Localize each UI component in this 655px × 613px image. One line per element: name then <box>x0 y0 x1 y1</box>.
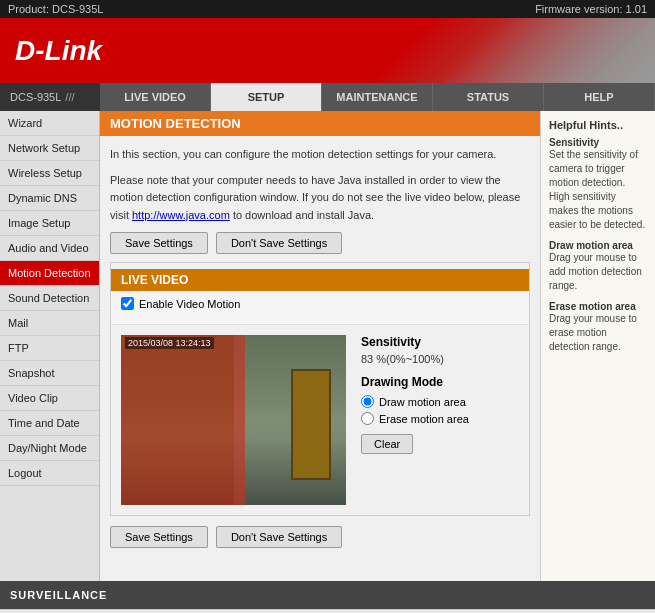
draw-motion-radio[interactable] <box>361 395 374 408</box>
firmware-label: Firmware version: 1.01 <box>535 3 647 15</box>
hint-draw-text: Drag your mouse to add motion detection … <box>549 251 647 293</box>
sidebar-item-sound-detection[interactable]: Sound Detection <box>0 286 99 311</box>
enable-row: Enable Video Motion <box>111 291 529 325</box>
live-video-title: LIVE VIDEO <box>111 269 529 291</box>
sidebar-item-audio-video[interactable]: Audio and Video <box>0 236 99 261</box>
live-video-section: LIVE VIDEO Enable Video Motion <box>110 262 530 516</box>
video-timestamp: 2015/03/08 13:24:13 <box>125 337 214 349</box>
hint-erase-text: Drag your mouse to erase motion detectio… <box>549 312 647 354</box>
product-label: Product: DCS-935L <box>8 3 103 15</box>
dont-save-settings-top[interactable]: Don't Save Settings <box>216 232 342 254</box>
sidebar-item-wizard[interactable]: Wizard <box>0 111 99 136</box>
hint-draw-motion: Draw motion area Drag your mouse to add … <box>549 240 647 293</box>
section-title: MOTION DETECTION <box>100 111 540 136</box>
nav-status[interactable]: STATUS <box>433 83 544 111</box>
save-settings-top[interactable]: Save Settings <box>110 232 208 254</box>
nav-setup[interactable]: SETUP <box>211 83 322 111</box>
video-motion-overlay <box>121 335 245 505</box>
hints-panel: Helpful Hints.. Sensitivity Set the sens… <box>540 111 655 581</box>
sidebar-item-network-setup[interactable]: Network Setup <box>0 136 99 161</box>
clear-button[interactable]: Clear <box>361 434 413 454</box>
nav-help[interactable]: HELP <box>544 83 655 111</box>
main-layout: Wizard Network Setup Wireless Setup Dyna… <box>0 111 655 581</box>
sensitivity-value: 83 %(0%~100%) <box>361 353 519 365</box>
sidebar-item-ftp[interactable]: FTP <box>0 336 99 361</box>
bottom-button-row: Save Settings Don't Save Settings <box>110 526 530 548</box>
dlink-logo: D-Link <box>15 35 102 67</box>
nav-live-video[interactable]: LIVE VIDEO <box>100 83 211 111</box>
footer: Copyright 2014, D-Link Corporation / D-L… <box>0 609 655 613</box>
sidebar: Wizard Network Setup Wireless Setup Dyna… <box>0 111 100 581</box>
sidebar-item-image-setup[interactable]: Image Setup <box>0 211 99 236</box>
header: D-Link <box>0 18 655 83</box>
description2: Please note that your computer needs to … <box>110 172 530 225</box>
video-frame <box>121 335 346 505</box>
sidebar-item-dynamic-dns[interactable]: Dynamic DNS <box>0 186 99 211</box>
content-area: MOTION DETECTION In this section, you ca… <box>100 111 540 581</box>
motion-settings-panel: Sensitivity 83 %(0%~100%) Drawing Mode D… <box>361 335 519 505</box>
nav-maintenance[interactable]: MAINTENANCE <box>322 83 433 111</box>
hints-title: Helpful Hints.. <box>549 119 647 131</box>
save-settings-bottom[interactable]: Save Settings <box>110 526 208 548</box>
description1: In this section, you can configure the m… <box>110 146 530 164</box>
hint-erase-heading: Erase motion area <box>549 301 647 312</box>
sidebar-item-day-night[interactable]: Day/Night Mode <box>0 436 99 461</box>
live-video-body: 2015/03/08 13:24:13 Sensitivity 83 %(0%~… <box>111 325 529 515</box>
java-link[interactable]: http://www.java.com <box>132 209 230 221</box>
sidebar-item-mail[interactable]: Mail <box>0 311 99 336</box>
top-button-row: Save Settings Don't Save Settings <box>110 232 530 254</box>
enable-video-motion-checkbox[interactable] <box>121 297 134 310</box>
top-bar: Product: DCS-935L Firmware version: 1.01 <box>0 0 655 18</box>
sidebar-item-wireless-setup[interactable]: Wireless Setup <box>0 161 99 186</box>
drawing-mode-label: Drawing Mode <box>361 375 519 389</box>
draw-motion-radio-label[interactable]: Draw motion area <box>361 395 519 408</box>
hint-erase-motion: Erase motion area Drag your mouse to era… <box>549 301 647 354</box>
main-nav: DCS-935L /// LIVE VIDEO SETUP MAINTENANC… <box>0 83 655 111</box>
content-body: In this section, you can configure the m… <box>100 136 540 566</box>
hint-sensitivity-heading: Sensitivity <box>549 137 647 148</box>
sidebar-item-motion-detection[interactable]: Motion Detection <box>0 261 99 286</box>
dont-save-settings-bottom[interactable]: Don't Save Settings <box>216 526 342 548</box>
nav-product: DCS-935L /// <box>0 83 100 111</box>
sidebar-item-video-clip[interactable]: Video Clip <box>0 386 99 411</box>
hint-sensitivity: Sensitivity Set the sensitivity of camer… <box>549 137 647 232</box>
sensitivity-label: Sensitivity <box>361 335 519 349</box>
enable-video-motion-label[interactable]: Enable Video Motion <box>121 297 519 310</box>
hint-sensitivity-text: Set the sensitivity of camera to trigger… <box>549 148 647 232</box>
hint-draw-heading: Draw motion area <box>549 240 647 251</box>
erase-motion-radio-label[interactable]: Erase motion area <box>361 412 519 425</box>
surveillance-bar: SURVEILLANCE <box>0 581 655 609</box>
video-door <box>291 369 331 480</box>
sidebar-item-logout[interactable]: Logout <box>0 461 99 486</box>
video-preview: 2015/03/08 13:24:13 <box>121 335 346 505</box>
sidebar-item-time-date[interactable]: Time and Date <box>0 411 99 436</box>
erase-motion-radio[interactable] <box>361 412 374 425</box>
sidebar-item-snapshot[interactable]: Snapshot <box>0 361 99 386</box>
